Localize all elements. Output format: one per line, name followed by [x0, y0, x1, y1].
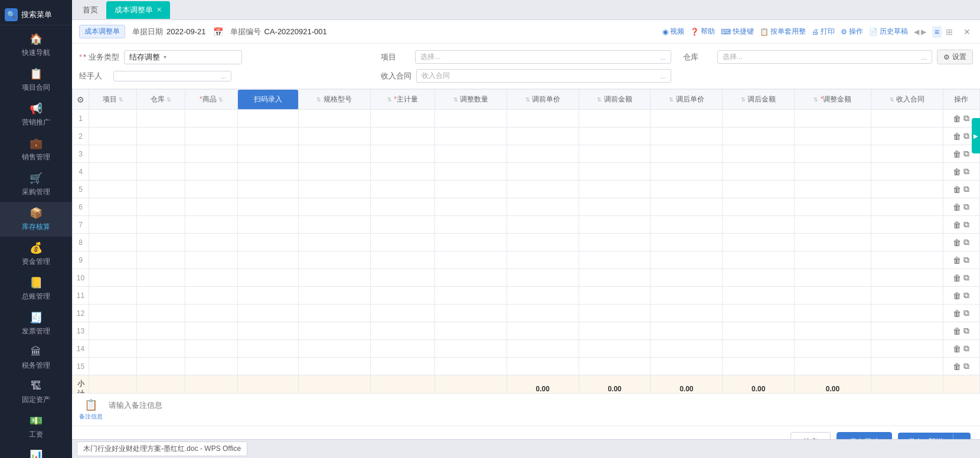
table-cell[interactable] — [370, 358, 435, 375]
th-scan[interactable]: 扫码录入 — [238, 90, 299, 110]
delete-row-icon[interactable]: 🗑 — [953, 362, 961, 371]
table-cell[interactable] — [370, 251, 435, 269]
table-cell[interactable] — [435, 269, 507, 287]
table-cell[interactable] — [651, 358, 723, 375]
table-cell[interactable] — [370, 145, 435, 163]
copy-row-icon[interactable]: ⧉ — [963, 344, 969, 354]
settings-button[interactable]: ⚙ 设置 — [937, 50, 973, 64]
table-cell[interactable] — [723, 322, 795, 340]
action-history[interactable]: 📄历史草稿 — [869, 27, 908, 37]
table-cell[interactable] — [435, 322, 507, 340]
action-print[interactable]: 🖨打印 — [812, 27, 835, 37]
table-cell[interactable] — [89, 269, 137, 287]
table-cell[interactable] — [298, 145, 370, 163]
table-cell[interactable] — [238, 287, 299, 305]
table-cell[interactable] — [507, 234, 579, 251]
th-adj-qty-sort[interactable]: ⇅ — [453, 97, 458, 103]
action-shortcut[interactable]: ⌨快捷键 — [721, 27, 754, 37]
table-cell[interactable] — [298, 358, 370, 375]
table-cell[interactable] — [871, 305, 943, 322]
table-cell[interactable] — [507, 287, 579, 305]
table-cell[interactable] — [298, 287, 370, 305]
table-cell[interactable] — [723, 163, 795, 181]
table-cell[interactable] — [89, 198, 137, 216]
window-close-button[interactable]: ✕ — [961, 26, 973, 38]
table-cell[interactable] — [651, 269, 723, 287]
table-cell[interactable] — [871, 198, 943, 216]
table-cell[interactable] — [507, 198, 579, 216]
table-cell[interactable] — [185, 127, 237, 145]
table-cell[interactable] — [238, 340, 299, 358]
table-cell[interactable] — [298, 181, 370, 198]
action-ops[interactable]: ⚙操作 — [841, 27, 863, 37]
th-adj-amount-sort[interactable]: ⇅ — [814, 97, 818, 103]
table-cell[interactable] — [579, 216, 651, 234]
table-cell[interactable] — [507, 110, 579, 127]
table-cell[interactable] — [137, 305, 185, 322]
copy-row-icon[interactable]: ⧉ — [963, 131, 969, 141]
table-cell[interactable] — [795, 163, 871, 181]
calendar-icon[interactable]: 📅 — [213, 27, 223, 37]
copy-row-icon[interactable]: ⧉ — [963, 220, 969, 230]
table-cell[interactable] — [723, 251, 795, 269]
table-cell[interactable] — [723, 145, 795, 163]
table-cell[interactable] — [507, 251, 579, 269]
table-cell[interactable] — [651, 163, 723, 181]
table-cell[interactable] — [238, 163, 299, 181]
copy-row-icon[interactable]: ⧉ — [963, 113, 969, 123]
copy-row-icon[interactable]: ⧉ — [963, 202, 969, 212]
table-cell[interactable] — [238, 181, 299, 198]
table-cell[interactable] — [185, 322, 237, 340]
table-cell[interactable] — [435, 287, 507, 305]
table-cell[interactable] — [435, 305, 507, 322]
project-select[interactable]: 选择... ... — [415, 50, 671, 64]
table-cell[interactable] — [651, 305, 723, 322]
table-cell[interactable] — [795, 216, 871, 234]
table-cell[interactable] — [723, 234, 795, 251]
table-cell[interactable] — [651, 127, 723, 145]
table-cell[interactable] — [795, 145, 871, 163]
table-cell[interactable] — [507, 216, 579, 234]
table-cell[interactable] — [871, 251, 943, 269]
table-cell[interactable] — [871, 163, 943, 181]
table-cell[interactable] — [238, 322, 299, 340]
table-cell[interactable] — [651, 322, 723, 340]
table-cell[interactable] — [370, 287, 435, 305]
table-cell[interactable] — [795, 287, 871, 305]
column-settings-icon[interactable]: ⚙ — [77, 95, 84, 104]
table-cell[interactable] — [137, 287, 185, 305]
table-cell[interactable] — [298, 269, 370, 287]
table-cell[interactable] — [871, 216, 943, 234]
table-cell[interactable] — [795, 322, 871, 340]
table-cell[interactable] — [89, 305, 137, 322]
table-cell[interactable] — [89, 358, 137, 375]
note-input[interactable] — [109, 398, 973, 412]
table-cell[interactable] — [795, 340, 871, 358]
table-cell[interactable] — [185, 110, 237, 127]
copy-row-icon[interactable]: ⧉ — [963, 255, 969, 265]
table-cell[interactable] — [723, 216, 795, 234]
table-cell[interactable] — [298, 340, 370, 358]
table-cell[interactable] — [238, 216, 299, 234]
table-cell[interactable] — [507, 181, 579, 198]
handler-select[interactable]: ... — [113, 71, 231, 81]
tab-cost-adjust[interactable]: 成本调整单 ✕ — [106, 1, 170, 19]
copy-row-icon[interactable]: ⧉ — [963, 184, 969, 194]
delete-row-icon[interactable]: 🗑 — [953, 185, 961, 194]
table-cell[interactable] — [89, 163, 137, 181]
delete-row-icon[interactable]: 🗑 — [953, 149, 961, 159]
table-cell[interactable] — [137, 198, 185, 216]
th-after-unit-sort[interactable]: ⇅ — [669, 97, 674, 103]
table-cell[interactable] — [507, 340, 579, 358]
sidebar-item-purchase-mgmt[interactable]: 🛒 采购管理 — [0, 167, 72, 202]
table-cell[interactable] — [185, 340, 237, 358]
table-cell[interactable] — [185, 251, 237, 269]
table-cell[interactable] — [137, 181, 185, 198]
action-help[interactable]: ❓帮助 — [690, 27, 715, 37]
table-cell[interactable] — [89, 216, 137, 234]
table-cell[interactable] — [137, 110, 185, 127]
table-cell[interactable] — [651, 110, 723, 127]
table-cell[interactable] — [723, 358, 795, 375]
table-cell[interactable] — [579, 163, 651, 181]
action-video[interactable]: ◉视频 — [662, 27, 684, 37]
